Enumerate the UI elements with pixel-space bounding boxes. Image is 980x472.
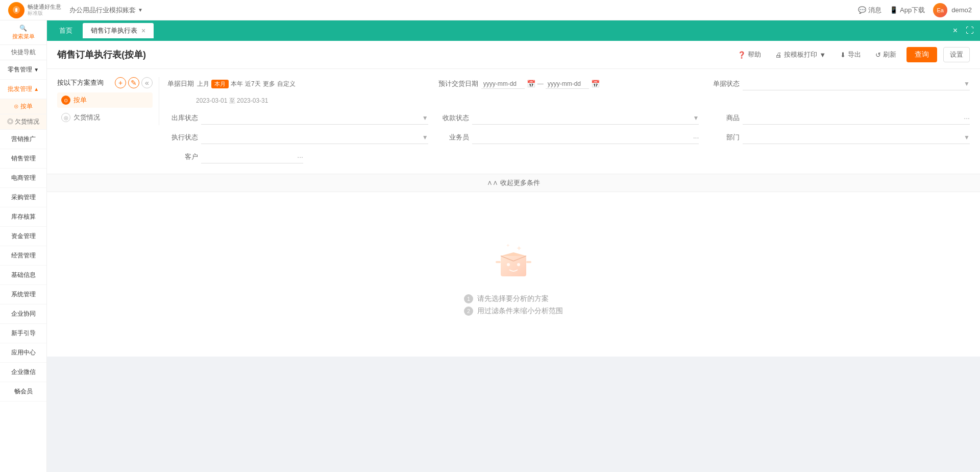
- sidebar-item-sales[interactable]: 销售管理: [0, 149, 46, 169]
- help-button[interactable]: ❓ 帮助: [733, 48, 765, 61]
- filter-row-2: 出库状态 ▼ 收款状态: [167, 111, 970, 125]
- sidebar-item-appstore[interactable]: 应用中心: [0, 343, 46, 363]
- refresh-button[interactable]: ↺ 刷新: [871, 48, 900, 61]
- app-download-button[interactable]: 📱 App下载: [890, 6, 925, 15]
- sidebar-item-enterprise[interactable]: 企业协同: [0, 304, 46, 324]
- sidebar-item-ecommerce[interactable]: 电商管理: [0, 169, 46, 188]
- sidebar-item-debt[interactable]: ◎ 欠货情况: [0, 114, 46, 130]
- sidebar-item-operations[interactable]: 经营管理: [0, 246, 46, 266]
- date-opt-this-year[interactable]: 本年: [231, 80, 243, 88]
- logo-area: 畅捷通好生意 标准版: [8, 2, 61, 18]
- calendar-end-icon[interactable]: 📅: [591, 80, 600, 88]
- debt-icon: ◎: [7, 118, 13, 125]
- scheme-item-order[interactable]: ⊙ 按单: [57, 92, 153, 108]
- sidebar-sub-wholesale: ⊙ 按单 ◎ 欠货情况: [0, 99, 46, 130]
- empty-illustration: ✦ ✦: [488, 233, 539, 284]
- window-expand-button[interactable]: ⛶: [964, 25, 976, 36]
- logo-text: 畅捷通好生意 标准版: [28, 4, 61, 16]
- scheme-add-button[interactable]: +: [115, 77, 126, 88]
- calendar-start-icon[interactable]: 📅: [527, 80, 535, 88]
- scheme-item-debt[interactable]: ◎ 欠货情况: [57, 110, 153, 125]
- department-control[interactable]: ▼: [743, 131, 970, 144]
- payment-status-label: 收款状态: [438, 113, 469, 123]
- payment-status-control[interactable]: ▼: [472, 111, 699, 125]
- tip-num-2: 2: [464, 306, 473, 316]
- salesperson-control[interactable]: ···: [472, 131, 699, 144]
- filter-order-status-field: 单据状态 ▼: [709, 77, 970, 90]
- sidebar-item-finance[interactable]: 资金管理: [0, 227, 46, 246]
- product-label: 商品: [709, 113, 740, 123]
- main-layout: 🔍 搜索菜单 快捷导航 零售管理 ▼ 批发管理 ▲ ⊙ 按单 ◎ 欠货情况 营销…: [0, 20, 980, 472]
- sidebar-item-marketing[interactable]: 营销推广: [0, 130, 46, 149]
- sidebar-search[interactable]: 🔍 搜索菜单: [0, 20, 46, 45]
- sidebar-item-retail[interactable]: 零售管理 ▼: [0, 60, 46, 80]
- date-opt-custom[interactable]: 自定义: [277, 80, 296, 88]
- filter-exec-status-field: 执行状态 ▼: [167, 131, 428, 144]
- sidebar-item-inventory[interactable]: 库存核算: [0, 207, 46, 227]
- order-icon: ⊙: [14, 103, 19, 110]
- search-button[interactable]: 查询: [906, 47, 937, 62]
- page-title-bar: 销售订单执行表(按单) ❓ 帮助 🖨 按模板打印 ▼ ⬇: [47, 41, 980, 69]
- empty-tip-2: 2 用过滤条件来缩小分析范围: [464, 306, 563, 316]
- tab-sales-order[interactable]: 销售订单执行表 ×: [83, 23, 154, 38]
- collapse-bar[interactable]: ∧∧ 收起更多条件: [47, 174, 980, 192]
- scheme-actions: + ✎ «: [115, 77, 153, 88]
- date-options-row: 上月 本月 本年 近7天 更多 自定义: [197, 80, 428, 88]
- help-icon: ❓: [738, 51, 746, 59]
- sidebar-item-vip[interactable]: 畅会员: [0, 382, 46, 402]
- tab-home[interactable]: 首页: [51, 23, 81, 38]
- sidebar-item-newbie[interactable]: 新手引导: [0, 324, 46, 343]
- exec-status-control[interactable]: ▼: [201, 131, 428, 144]
- scheme-collapse-button[interactable]: «: [141, 77, 153, 88]
- date-opt-more[interactable]: 更多: [263, 80, 275, 88]
- top-header: 畅捷通好生意 标准版 办公用品行业模拟账套 ▼ 💬 消息 📱 App下载 Ea …: [0, 0, 980, 20]
- order-status-label: 单据状态: [709, 79, 740, 88]
- date-separator: —: [537, 80, 544, 87]
- tab-close-button[interactable]: ×: [141, 27, 145, 34]
- filter-expected-date-field: 预计交货日期 📅 — 📅: [438, 79, 699, 89]
- sidebar-quick-nav[interactable]: 快捷导航: [0, 45, 46, 60]
- sidebar-item-wholesale[interactable]: 批发管理 ▲: [0, 80, 46, 99]
- chevron-down-icon: ▼: [138, 7, 143, 13]
- date-opt-7days[interactable]: 近7天: [245, 80, 261, 88]
- chevron-down-icon: ▼: [422, 134, 428, 141]
- chevron-down-icon: ▼: [964, 80, 970, 87]
- ship-status-control[interactable]: ▼: [201, 111, 428, 125]
- product-control[interactable]: ···: [743, 111, 970, 125]
- refresh-icon: ↺: [875, 51, 881, 59]
- scheme-panel: 按以下方案查询 + ✎ « ⊙ 按单: [57, 77, 159, 125]
- collapse-up-icon: ∧∧: [487, 179, 500, 186]
- sidebar-item-order[interactable]: ⊙ 按单: [0, 99, 46, 114]
- print-button[interactable]: 🖨 按模板打印 ▼: [771, 48, 830, 61]
- empty-state: ✦ ✦ 1 请先选择要分析的方案 2 用过滤条件来缩小分析范围: [47, 192, 980, 357]
- message-button[interactable]: 💬 消息: [858, 6, 881, 15]
- filter-department-field: 部门 ▼: [709, 131, 970, 144]
- scheme-edit-button[interactable]: ✎: [128, 77, 139, 88]
- expected-date-end[interactable]: [546, 79, 589, 89]
- scheme-order-icon: ⊙: [61, 96, 70, 105]
- header-right: 💬 消息 📱 App下载 Ea demo2: [858, 3, 972, 17]
- ship-status-label: 出库状态: [167, 113, 198, 123]
- order-status-control[interactable]: ▼: [743, 77, 970, 90]
- scheme-panel-header: 按以下方案查询 + ✎ «: [57, 77, 153, 88]
- export-button[interactable]: ⬇ 导出: [836, 48, 865, 61]
- sidebar-item-wechat[interactable]: 企业微信: [0, 363, 46, 382]
- date-opt-prev-month[interactable]: 上月: [197, 80, 209, 88]
- date-opt-this-month[interactable]: 本月: [211, 80, 229, 88]
- sidebar-item-purchase[interactable]: 采购管理: [0, 188, 46, 207]
- user-menu[interactable]: Ea demo2: [933, 3, 972, 17]
- filter-row-4: 客户 ···: [167, 150, 970, 163]
- filter-row-3: 执行状态 ▼ 业务员 ·: [167, 131, 970, 144]
- chevron-down-icon: ▼: [693, 114, 699, 122]
- window-close-button[interactable]: ×: [951, 25, 960, 36]
- empty-tip-1: 1 请先选择要分析的方案: [464, 294, 563, 303]
- chevron-down-icon: ▼: [34, 67, 39, 73]
- sidebar-item-basic[interactable]: 基础信息: [0, 266, 46, 285]
- sidebar-item-system[interactable]: 系统管理: [0, 285, 46, 304]
- settings-button[interactable]: 设置: [943, 47, 970, 62]
- industry-selector[interactable]: 办公用品行业模拟账套 ▼: [65, 5, 147, 16]
- customer-control[interactable]: ···: [201, 150, 303, 163]
- svg-marker-1: [501, 252, 526, 256]
- sidebar: 🔍 搜索菜单 快捷导航 零售管理 ▼ 批发管理 ▲ ⊙ 按单 ◎ 欠货情况 营销…: [0, 20, 47, 472]
- expected-date-start[interactable]: [481, 79, 525, 89]
